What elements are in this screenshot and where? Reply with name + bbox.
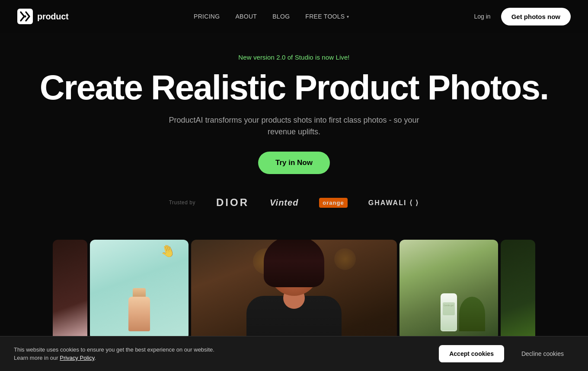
logo-text: product (37, 12, 68, 22)
gallery-item-skincare: Gentle gel (399, 240, 498, 340)
login-link[interactable]: Log in (474, 13, 491, 20)
brand-dior: DIOR (216, 197, 249, 209)
trusted-label: Trusted by (169, 200, 195, 206)
brand-orange: orange (319, 198, 347, 208)
hero-subtitle: ProductAI transforms your products shots… (164, 114, 424, 138)
privacy-policy-link[interactable]: Privacy Policy (60, 355, 94, 361)
hero-title: Create Realistic Product Photos. (9, 70, 579, 106)
hero-badge: New version 2.0 of Studio is now Live! (238, 54, 349, 61)
chevron-down-icon: ▾ (347, 14, 349, 19)
svg-point-1 (24, 16, 26, 18)
cookie-text: This website uses cookies to ensure you … (14, 346, 214, 362)
accept-cookies-button[interactable]: Accept cookies (439, 345, 504, 362)
navbar: product PRICING ABOUT BLOG FREE TOOLS ▾ … (0, 0, 588, 33)
brand-ghawali: GHAWALI ⟨ ⟩ (368, 199, 419, 207)
nav-blog[interactable]: BLOG (272, 13, 290, 20)
trusted-by-section: Trusted by DIOR Vinted orange GHAWALI ⟨ … (0, 188, 588, 222)
nav-about[interactable]: ABOUT (235, 13, 257, 20)
perfume-bottle-visual (128, 288, 150, 331)
brand-vinted: Vinted (270, 198, 298, 208)
logo[interactable]: product (17, 9, 68, 24)
nav-free-tools[interactable]: FREE TOOLS ▾ (305, 13, 349, 20)
try-now-button[interactable]: Try in Now (258, 152, 330, 174)
gallery-item-perfume: 🤚 (90, 240, 189, 340)
decline-cookies-button[interactable]: Decline cookies (511, 345, 574, 362)
logo-icon (17, 9, 33, 24)
nav-right: Log in Get photos now (474, 8, 571, 25)
hero-section: New version 2.0 of Studio is now Live! C… (0, 0, 588, 240)
cookie-actions: Accept cookies Decline cookies (439, 345, 574, 362)
get-photos-button[interactable]: Get photos now (501, 8, 571, 25)
nav-pricing[interactable]: PRICING (194, 13, 220, 20)
cookie-banner: This website uses cookies to ensure you … (0, 336, 588, 371)
nav-links: PRICING ABOUT BLOG FREE TOOLS ▾ (194, 13, 349, 20)
